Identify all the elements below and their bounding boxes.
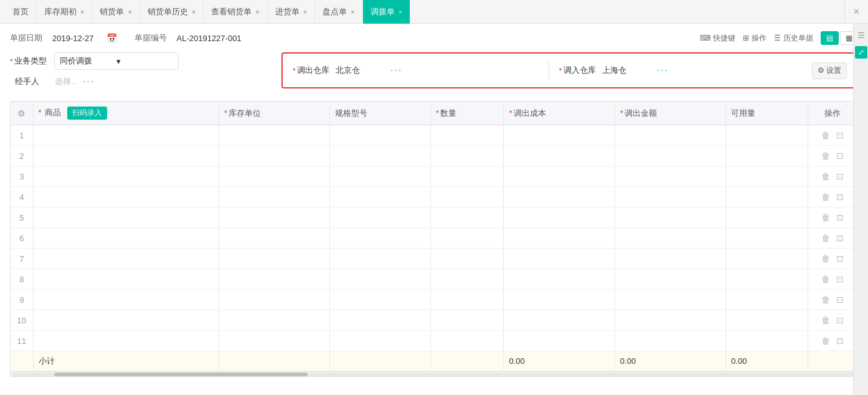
row-cost-7[interactable] xyxy=(504,249,615,269)
row-cost-10[interactable] xyxy=(504,310,615,331)
row-spec-9[interactable] xyxy=(330,290,431,310)
row-spec-3[interactable] xyxy=(330,166,431,187)
row-spec-6[interactable] xyxy=(330,228,431,249)
row-product-2[interactable] xyxy=(33,146,219,166)
row-qty-5[interactable] xyxy=(431,207,504,228)
row-product-9[interactable] xyxy=(33,290,219,310)
shortcut-action[interactable]: ⌨ 快捷键 xyxy=(700,33,735,44)
row-spec-4[interactable] xyxy=(330,187,431,207)
row-unit-9[interactable] xyxy=(219,290,329,310)
delete-row-10-icon[interactable]: 🗑 xyxy=(820,314,831,326)
row-qty-9[interactable] xyxy=(431,290,504,310)
delete-row-6-icon[interactable]: 🗑 xyxy=(820,232,831,244)
row-amount-3[interactable] xyxy=(615,166,725,187)
row-qty-8[interactable] xyxy=(431,269,504,290)
delete-row-2-icon[interactable]: 🗑 xyxy=(820,150,831,162)
delete-row-9-icon[interactable]: 🗑 xyxy=(820,293,831,306)
tab-inventory-init[interactable]: 库存期初 × xyxy=(37,0,92,24)
row-unit-6[interactable] xyxy=(219,228,329,249)
row-product-10[interactable] xyxy=(33,310,219,331)
row-unit-10[interactable] xyxy=(219,310,329,331)
row-qty-2[interactable] xyxy=(431,146,504,166)
row-spec-10[interactable] xyxy=(330,310,431,331)
tab-sales-history[interactable]: 销货单历史 × xyxy=(140,0,204,24)
row-amount-7[interactable] xyxy=(615,249,725,269)
row-amount-8[interactable] xyxy=(615,269,725,290)
tab-purchase-order[interactable]: 进货单 × xyxy=(268,0,315,24)
row-cost-3[interactable] xyxy=(504,166,615,187)
close-tab-inventory-check[interactable]: × xyxy=(351,8,354,16)
row-qty-7[interactable] xyxy=(431,249,504,269)
copy-row-8-icon[interactable]: ⊡ xyxy=(835,273,845,285)
delete-row-1-icon[interactable]: 🗑 xyxy=(820,129,831,141)
row-qty-11[interactable] xyxy=(431,331,504,351)
layout-btn-1[interactable]: ▤ xyxy=(821,31,839,45)
delete-row-5-icon[interactable]: 🗑 xyxy=(820,211,831,224)
sidebar-expand-icon[interactable]: ⤢ xyxy=(855,46,867,59)
close-all-tabs[interactable]: × xyxy=(844,0,868,24)
row-available-9[interactable] xyxy=(726,290,808,310)
copy-row-11-icon[interactable]: ⊡ xyxy=(835,335,845,347)
row-unit-4[interactable] xyxy=(219,187,329,207)
copy-row-2-icon[interactable]: ⊡ xyxy=(835,150,845,162)
tab-sales-order[interactable]: 销货单 × xyxy=(92,0,139,24)
row-amount-9[interactable] xyxy=(615,290,725,310)
copy-row-4-icon[interactable]: ⊡ xyxy=(835,191,845,203)
history-action[interactable]: ☰ 历史单据 xyxy=(774,33,813,44)
row-product-6[interactable] xyxy=(33,228,219,249)
row-unit-7[interactable] xyxy=(219,249,329,269)
row-product-5[interactable] xyxy=(33,207,219,228)
row-amount-6[interactable] xyxy=(615,228,725,249)
delete-row-3-icon[interactable]: 🗑 xyxy=(820,170,831,183)
row-available-8[interactable] xyxy=(726,269,808,290)
row-amount-10[interactable] xyxy=(615,310,725,331)
tab-transfer-order[interactable]: 调拨单 × xyxy=(363,0,410,24)
row-unit-11[interactable] xyxy=(219,331,329,351)
person-more-icon[interactable]: ··· xyxy=(83,76,95,87)
sidebar-list-icon[interactable]: ☰ xyxy=(855,29,867,41)
row-spec-7[interactable] xyxy=(330,249,431,269)
row-cost-9[interactable] xyxy=(504,290,615,310)
row-qty-4[interactable] xyxy=(431,187,504,207)
person-input[interactable]: 选择... xyxy=(55,76,78,87)
row-available-6[interactable] xyxy=(726,228,808,249)
row-cost-1[interactable] xyxy=(504,125,615,146)
close-tab-sales-history[interactable]: × xyxy=(192,8,196,16)
row-qty-10[interactable] xyxy=(431,310,504,331)
row-available-3[interactable] xyxy=(726,166,808,187)
row-available-7[interactable] xyxy=(726,249,808,269)
copy-row-1-icon[interactable]: ⊡ xyxy=(835,129,845,141)
row-spec-8[interactable] xyxy=(330,269,431,290)
row-unit-1[interactable] xyxy=(219,125,329,146)
close-tab-inventory-init[interactable]: × xyxy=(80,8,84,16)
row-product-7[interactable] xyxy=(33,249,219,269)
row-available-2[interactable] xyxy=(726,146,808,166)
row-available-4[interactable] xyxy=(726,187,808,207)
row-amount-2[interactable] xyxy=(615,146,725,166)
row-available-1[interactable] xyxy=(726,125,808,146)
row-cost-2[interactable] xyxy=(504,146,615,166)
row-product-11[interactable] xyxy=(33,331,219,351)
row-cost-6[interactable] xyxy=(504,228,615,249)
copy-row-10-icon[interactable]: ⊡ xyxy=(835,314,845,326)
copy-row-6-icon[interactable]: ⊡ xyxy=(835,232,845,244)
close-tab-view-sales[interactable]: × xyxy=(255,8,259,16)
settings-button[interactable]: ⚙ 设置 xyxy=(812,62,847,79)
row-unit-2[interactable] xyxy=(219,146,329,166)
delete-row-8-icon[interactable]: 🗑 xyxy=(820,273,831,285)
row-product-4[interactable] xyxy=(33,187,219,207)
row-spec-2[interactable] xyxy=(330,146,431,166)
copy-row-7-icon[interactable]: ⊡ xyxy=(835,252,845,265)
row-available-10[interactable] xyxy=(726,310,808,331)
transfer-in-more-icon[interactable]: ··· xyxy=(657,65,669,76)
row-amount-11[interactable] xyxy=(615,331,725,351)
tab-home[interactable]: 首页 xyxy=(5,0,37,24)
copy-row-5-icon[interactable]: ⊡ xyxy=(835,211,845,224)
row-qty-1[interactable] xyxy=(431,125,504,146)
row-amount-5[interactable] xyxy=(615,207,725,228)
copy-row-9-icon[interactable]: ⊡ xyxy=(835,293,845,306)
row-cost-11[interactable] xyxy=(504,331,615,351)
row-amount-1[interactable] xyxy=(615,125,725,146)
col-gear[interactable]: ⚙ xyxy=(11,102,33,125)
row-qty-6[interactable] xyxy=(431,228,504,249)
